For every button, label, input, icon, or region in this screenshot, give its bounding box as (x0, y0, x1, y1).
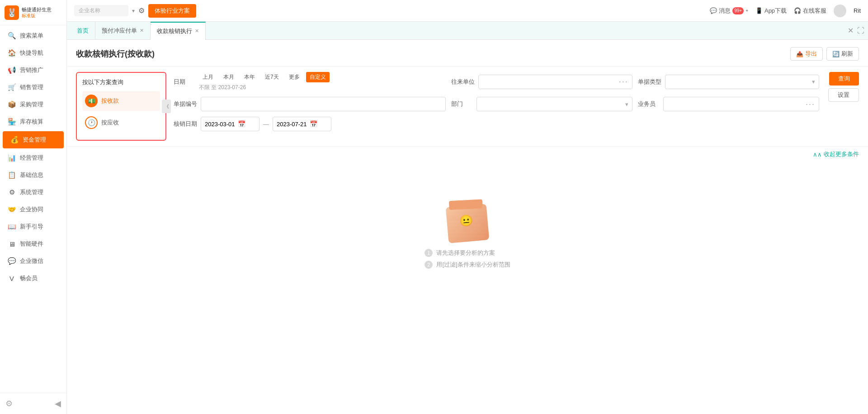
empty-box: 😐 (446, 204, 490, 243)
sidebar-item-新手引导[interactable]: 📖 新手引导 (0, 218, 66, 235)
online-service-button[interactable]: 🎧 在线客服 (794, 7, 826, 15)
close-tab-icon[interactable]: ✕ (848, 26, 854, 35)
sidebar-item-企业协同[interactable]: 🤝 企业协同 (0, 201, 66, 218)
filter-panel: 按以下方案查询 💵 按收款 🕐 按应收 《 (67, 67, 868, 147)
empty-tip-1: 1 请先选择要分析的方案 (425, 249, 510, 257)
salesperson-label: 业务员 (638, 100, 660, 108)
salesperson-dots-icon[interactable]: ··· (806, 100, 815, 109)
sidebar-item-畅会员[interactable]: V 畅会员 (0, 270, 66, 287)
date-tab-last-month[interactable]: 上月 (199, 72, 217, 82)
sidebar-item-企业微信[interactable]: 💬 企业微信 (0, 252, 66, 270)
filter-receipt-label: 按收款 (101, 97, 119, 105)
nav-label-5: 库存核算 (20, 118, 43, 126)
page-header: 收款核销执行(按收款) 📤 导出 🔄 刷新 (67, 40, 868, 67)
settings-icon[interactable]: ⚙ (5, 399, 13, 409)
date-tab-this-month[interactable]: 本月 (220, 72, 238, 82)
filter-billno-field: 单据编号 (174, 97, 446, 111)
sidebar-item-库存核算[interactable]: 🏪 库存核算 (0, 113, 66, 130)
sidebar-item-经营管理[interactable]: 📊 经营管理 (0, 149, 66, 167)
export-icon: 📤 (796, 51, 803, 57)
sidebar-item-搜索菜单[interactable]: 🔍 搜索菜单 (0, 27, 66, 44)
date-options-group: 上月 本月 本年 近7天 更多 自定义 不限 至 2023-07-26 (199, 72, 330, 91)
date-tab-custom[interactable]: 自定义 (306, 72, 330, 82)
nav-label-1: 快捷导航 (20, 49, 43, 57)
filter-counterpart-field: 往来单位 ··· (451, 75, 632, 89)
sidebar-item-系统管理[interactable]: ⚙ 系统管理 (0, 184, 66, 201)
date-tab-this-year[interactable]: 本年 (241, 72, 259, 82)
filter-receivable-label: 按应收 (101, 119, 119, 127)
dept-chevron-icon: ▾ (625, 101, 628, 108)
sidebar-item-快捷导航[interactable]: 🏠 快捷导航 (0, 44, 66, 62)
date-tab-last-7[interactable]: 近7天 (261, 72, 283, 82)
filter-sidebar: 按以下方案查询 💵 按收款 🕐 按应收 《 (76, 72, 166, 141)
sidebar-item-营销推广[interactable]: 📢 营销推广 (0, 62, 66, 79)
cal-end-icon: 📅 (310, 120, 317, 128)
empty-face-icon: 😐 (459, 214, 473, 228)
sidebar-logo: 🐰 畅捷通好生意 标准版 (0, 0, 66, 25)
nav-label-7: 经营管理 (20, 154, 43, 162)
writeoff-date-start-input[interactable]: 2023-03-01 📅 (201, 117, 259, 131)
filter-writeoff-date-field: 核销日期 2023-03-01 📅 — 2023-07-21 📅 (174, 117, 819, 131)
tabs-actions: ✕ ⛶ (848, 26, 864, 35)
brand-selector[interactable]: 企业名称 (74, 5, 128, 16)
tab-close-prepay[interactable]: ✕ (140, 28, 144, 33)
query-button[interactable]: 查询 (829, 72, 859, 86)
user-name: Rit (854, 7, 861, 14)
empty-tips: 1 请先选择要分析的方案 2 用[过滤]条件来缩小分析范围 (425, 249, 510, 269)
app-download-button[interactable]: 📱 App下载 (755, 7, 787, 15)
filter-dept-field: 部门 ▾ (451, 97, 632, 111)
user-avatar[interactable] (834, 5, 846, 17)
sidebar-item-资金管理[interactable]: 💰 资金管理 (3, 131, 64, 148)
bill-type-chevron-icon: ▾ (812, 78, 815, 85)
nav-icon-2: 📢 (7, 66, 16, 74)
sidebar-item-销售管理[interactable]: 🛒 销售管理 (0, 79, 66, 96)
sidebar-item-智能硬件[interactable]: 🖥 智能硬件 (0, 235, 66, 252)
message-button[interactable]: 💬 消息 99+ + (710, 7, 748, 15)
sidebar-item-采购管理[interactable]: 📦 采购管理 (0, 96, 66, 113)
salesperson-input[interactable]: ··· (663, 97, 819, 111)
tab-home[interactable]: 首页 (71, 22, 95, 40)
refresh-button[interactable]: 🔄 刷新 (826, 47, 859, 61)
setting-button[interactable]: 设置 (828, 88, 859, 102)
filter-form: 日期 上月 本月 本年 近7天 更多 自定义 不限 至 (174, 72, 819, 141)
collapse-sidebar-icon[interactable]: ◀ (55, 399, 61, 409)
nav-icon-11: 📖 (7, 223, 16, 231)
writeoff-date-end-input[interactable]: 2023-07-21 📅 (273, 117, 331, 131)
filter-collapse-button[interactable]: 《 (162, 100, 171, 113)
counterpart-dots-icon[interactable]: ··· (619, 77, 628, 86)
sidebar-item-基础信息[interactable]: 📋 基础信息 (0, 167, 66, 184)
expand-tab-icon[interactable]: ⛶ (857, 27, 864, 35)
page-title: 收款核销执行(按收款) (76, 48, 155, 59)
counterpart-input[interactable]: ··· (478, 75, 632, 89)
bill-no-input[interactable] (201, 97, 446, 111)
nav-label-2: 营销推广 (20, 66, 43, 74)
service-icon: 🎧 (794, 7, 801, 14)
filter-receivable-icon: 🕐 (85, 116, 98, 129)
empty-illustration: 😐 (440, 196, 495, 242)
tab-prepay[interactable]: 预付冲应付单 ✕ (95, 22, 151, 40)
topbar: 企业名称 ▾ ⚙ 体验行业方案 💬 消息 99+ + 📱 App下载 🎧 在线客… (67, 0, 868, 22)
bill-type-select[interactable]: ▾ (665, 75, 819, 89)
solution-button[interactable]: 体验行业方案 (148, 4, 196, 18)
filter-option-by-receipt[interactable]: 💵 按收款 (82, 91, 160, 111)
dept-select[interactable]: ▾ (476, 97, 632, 111)
tab-close-writeoff[interactable]: ✕ (195, 28, 199, 34)
nav-label-11: 新手引导 (20, 223, 43, 231)
date-tab-more[interactable]: 更多 (285, 72, 303, 82)
collapse-chevron-icon: ∧∧ (813, 151, 822, 158)
filter-option-by-receivable[interactable]: 🕐 按应收 (82, 113, 160, 133)
nav-label-8: 基础信息 (20, 171, 43, 179)
counterpart-label: 往来单位 (451, 78, 475, 86)
brand-chevron-icon[interactable]: ▾ (132, 8, 135, 14)
export-button[interactable]: 📤 导出 (790, 47, 823, 61)
nav-icon-4: 📦 (7, 100, 16, 109)
nav-label-3: 销售管理 (20, 83, 43, 91)
tab-writeoff[interactable]: 收款核销执行 ✕ (151, 22, 206, 40)
nav-icon-8: 📋 (7, 171, 16, 179)
collapse-more-conditions[interactable]: ∧∧ 收起更多条件 (67, 147, 868, 160)
tabs-bar: 首页 预付冲应付单 ✕ 收款核销执行 ✕ ✕ ⛶ (67, 22, 868, 40)
settings-gear-icon[interactable]: ⚙ (138, 6, 145, 15)
nav-label-10: 企业协同 (20, 205, 43, 214)
message-badge: 99+ (732, 7, 744, 14)
sidebar-navigation: 🔍 搜索菜单 🏠 快捷导航 📢 营销推广 🛒 销售管理 📦 采购管理 🏪 库存核… (0, 25, 66, 393)
